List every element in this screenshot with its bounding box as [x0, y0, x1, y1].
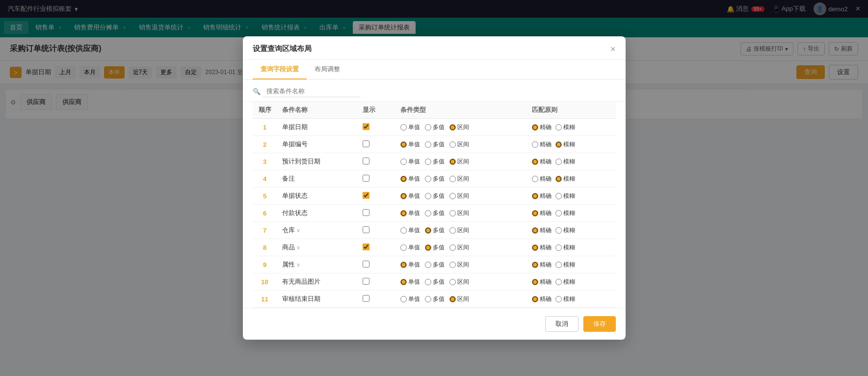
match-radio[interactable]	[532, 124, 538, 125]
type-radio-label[interactable]: 单值	[400, 123, 420, 125]
dialog-header: 设置查询区域布局 ×	[243, 36, 626, 60]
dialog-search: 🔍	[243, 80, 626, 102]
dialog-tabs: 查询字段设置 布局调整	[243, 60, 626, 80]
type-radio[interactable]	[400, 124, 407, 125]
config-table: 顺序 条件名称 显示 条件类型 匹配原则 1单据日期单值多值区间精确模糊2单据编…	[243, 102, 626, 124]
col-match: 匹配原则	[527, 102, 616, 119]
table-row: 1单据日期单值多值区间精确模糊	[253, 119, 616, 125]
dialog-close-button[interactable]: ×	[610, 45, 616, 54]
dialog-tab-layout[interactable]: 布局调整	[307, 60, 348, 80]
type-radio[interactable]	[425, 124, 431, 125]
cell-match: 精确模糊	[527, 119, 616, 125]
col-name: 条件名称	[277, 102, 358, 119]
col-order: 顺序	[253, 102, 277, 119]
dialog-tab-fields[interactable]: 查询字段设置	[253, 60, 307, 80]
dialog-title: 设置查询区域布局	[253, 44, 312, 54]
type-radio-label[interactable]: 区间	[449, 123, 469, 125]
cell-name: 单据日期	[277, 119, 358, 125]
col-type: 条件类型	[395, 102, 527, 119]
type-radio[interactable]	[449, 124, 456, 125]
table-header: 顺序 条件名称 显示 条件类型 匹配原则	[253, 102, 616, 119]
type-radio-label[interactable]: 多值	[425, 123, 445, 125]
cell-checked[interactable]	[358, 119, 395, 125]
search-icon: 🔍	[253, 88, 261, 95]
col-show: 显示	[358, 102, 395, 119]
search-input[interactable]	[263, 85, 361, 97]
settings-dialog: 设置查询区域布局 × 查询字段设置 布局调整 🔍 顺序 条件名称	[243, 36, 626, 124]
modal-overlay: 设置查询区域布局 × 查询字段设置 布局调整 🔍 顺序 条件名称	[0, 0, 868, 124]
cell-type: 单值多值区间	[395, 119, 527, 125]
match-radio[interactable]	[555, 124, 562, 125]
match-radio-label[interactable]: 模糊	[555, 123, 575, 125]
cell-order: 1	[253, 119, 277, 125]
show-checkbox[interactable]	[363, 123, 369, 125]
match-radio-label[interactable]: 精确	[532, 123, 552, 125]
